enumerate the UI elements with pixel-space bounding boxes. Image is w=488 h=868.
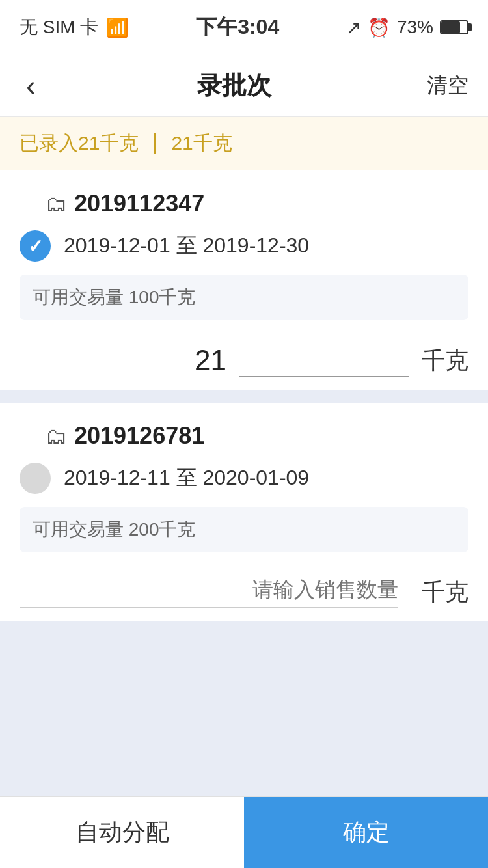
battery-icon <box>440 20 468 34</box>
section-separator-1 <box>0 390 488 403</box>
batch-2-number: 2019126781 <box>74 422 204 450</box>
info-divider <box>154 133 156 154</box>
batch-1-checkbox[interactable]: ✓ <box>20 230 51 262</box>
batch-2-quantity-unit: 千克 <box>422 576 468 608</box>
batch-2-checkbox[interactable] <box>20 463 51 494</box>
batch-1-number: 2019112347 <box>74 190 204 217</box>
batch-2-availability: 可用交易量 200千克 <box>20 507 468 552</box>
info-recorded-label: 已录入21千克 <box>20 130 139 157</box>
batch-1-checkmark: ✓ <box>28 236 43 257</box>
status-left: 无 SIM 卡 📶 <box>20 15 129 40</box>
batch-card-1: 🗂 2019112347 ✓ 2019-12-01 至 2019-12-30 可… <box>0 170 488 390</box>
back-button[interactable]: ‹ <box>20 63 42 109</box>
batch-2-date: 2019-12-11 至 2020-01-09 <box>64 464 309 493</box>
batch-2-date-row[interactable]: 2019-12-11 至 2020-01-09 <box>0 456 488 500</box>
batch-1-availability: 可用交易量 100千克 <box>20 275 468 320</box>
batch-1-date: 2019-12-01 至 2019-12-30 <box>64 232 309 260</box>
location-icon: ↗ <box>346 17 361 38</box>
batch-1-quantity-unit: 千克 <box>422 345 468 377</box>
batch-1-quantity-row: 21 千克 <box>0 331 488 390</box>
bottom-bar: 自动分配 确定 <box>0 796 488 868</box>
alarm-icon: ⏰ <box>368 17 390 38</box>
batch-2-icon: 🗂 <box>46 424 68 449</box>
battery-text: 73% <box>397 17 433 38</box>
batch-1-quantity-value: 21 <box>195 344 226 377</box>
info-banner: 已录入21千克 21千克 <box>0 117 488 170</box>
status-bar: 无 SIM 卡 📶 下午3:04 ↗ ⏰ 73% <box>0 0 488 55</box>
carrier-text: 无 SIM 卡 <box>20 15 98 40</box>
wifi-icon: 📶 <box>106 17 129 38</box>
status-time: 下午3:04 <box>196 13 279 42</box>
status-right: ↗ ⏰ 73% <box>346 17 468 38</box>
page-title: 录批次 <box>197 69 271 102</box>
main-content: 已录入21千克 21千克 🗂 2019112347 ✓ 2019-12-01 至… <box>0 117 488 868</box>
batch-1-date-row[interactable]: ✓ 2019-12-01 至 2019-12-30 <box>0 224 488 268</box>
batch-1-header: 🗂 2019112347 <box>0 170 488 224</box>
info-value: 21千克 <box>171 130 232 157</box>
batch-2-quantity-row: 千克 <box>0 563 488 621</box>
auto-distribute-button[interactable]: 自动分配 <box>0 797 244 868</box>
batch-2-header: 🗂 2019126781 <box>0 403 488 456</box>
batch-1-icon: 🗂 <box>46 191 68 217</box>
batch-card-2: 🗂 2019126781 2019-12-11 至 2020-01-09 可用交… <box>0 403 488 621</box>
batch-2-quantity-input[interactable] <box>20 578 398 602</box>
clear-button[interactable]: 清空 <box>427 72 468 100</box>
nav-bar: ‹ 录批次 清空 <box>0 55 488 117</box>
confirm-button[interactable]: 确定 <box>244 797 488 868</box>
